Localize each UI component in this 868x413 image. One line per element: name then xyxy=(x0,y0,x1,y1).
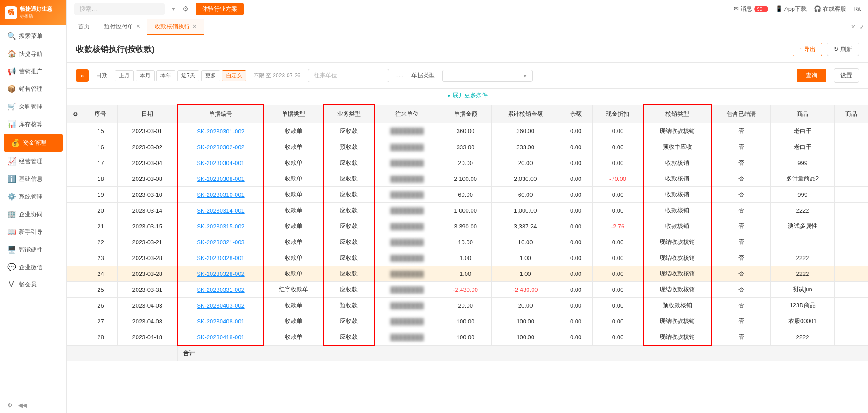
message-icon: ✉ xyxy=(734,5,739,12)
solution-button[interactable]: 体验行业方案 xyxy=(196,3,244,15)
topbar-search: 搜索… xyxy=(74,3,165,15)
filter-toggle[interactable]: » xyxy=(76,69,89,82)
filter-settings-button[interactable]: 设置 xyxy=(834,68,859,83)
sidebar-item-corp[interactable]: 🏢企业协同 xyxy=(0,205,66,223)
cell-goods: 123D商品 xyxy=(771,298,835,313)
cell-settings xyxy=(67,171,84,187)
sidebar-item-quick-nav[interactable]: 🏠快捷导航 xyxy=(0,45,66,62)
hardware-icon: 🖥️ xyxy=(7,245,15,254)
sidebar-item-member[interactable]: V畅会员 xyxy=(0,276,66,293)
table-row: 25 2023-03-31 SK-20230331-002 红字收款单 应收款 … xyxy=(67,282,868,298)
cell-code[interactable]: SK-20230308-001 xyxy=(178,171,264,187)
close-all-icon[interactable]: ✕ xyxy=(851,24,856,30)
cell-partner: ████████ xyxy=(374,282,439,298)
cell-code[interactable]: SK-20230328-001 xyxy=(178,250,264,266)
cell-biz-type: 应收款 xyxy=(323,203,374,218)
collapse-icon[interactable]: ◀◀ xyxy=(18,402,27,408)
cell-amount: 1.00 xyxy=(439,250,492,266)
sidebar-item-marketing[interactable]: 📢营销推广 xyxy=(0,62,66,80)
partner-select[interactable]: 往来单位 xyxy=(308,69,389,82)
sidebar-item-operation[interactable]: 📈经营管理 xyxy=(0,152,66,170)
sidebar-item-inventory[interactable]: 📊库存核算 xyxy=(0,115,66,133)
this-year-btn[interactable]: 本年 xyxy=(156,70,175,81)
cell-settings xyxy=(67,282,84,298)
tab-write-off[interactable]: 收款核销执行 ✕ xyxy=(147,19,204,35)
sidebar-item-system[interactable]: ⚙️系统管理 xyxy=(0,188,66,205)
cell-code[interactable]: SK-20230314-001 xyxy=(178,203,264,218)
cell-code[interactable]: SK-20230304-001 xyxy=(178,155,264,171)
sidebar-item-label-finance: 资金管理 xyxy=(23,139,46,147)
receipt-type-select[interactable]: ▾ xyxy=(442,70,533,82)
sidebar-item-label-basic: 基础信息 xyxy=(19,175,42,183)
cell-code[interactable]: SK-20230310-001 xyxy=(178,187,264,203)
this-month-btn[interactable]: 本月 xyxy=(136,70,155,81)
sidebar-item-search[interactable]: 🔍搜索菜单 xyxy=(0,27,66,45)
tab-pre-payment[interactable]: 预付应付单 ✕ xyxy=(97,19,147,35)
cell-code[interactable]: SK-20230321-003 xyxy=(178,234,264,250)
th-cumulative: 累计核销金额 xyxy=(492,105,559,123)
sidebar-item-hardware[interactable]: 🖥️智能硬件 xyxy=(0,241,66,258)
cell-cumulative: 2,030.00 xyxy=(492,171,559,187)
user-name[interactable]: Rit xyxy=(854,5,861,12)
cell-goods xyxy=(771,234,835,250)
table-row: 20 2023-03-14 SK-20230314-001 收款单 应收款 ██… xyxy=(67,203,868,218)
cell-code[interactable]: SK-20230331-002 xyxy=(178,282,264,298)
sidebar-item-finance[interactable]: 💰资金管理 xyxy=(4,134,63,152)
cell-code[interactable]: SK-20230315-002 xyxy=(178,218,264,234)
cell-goods: 2222 xyxy=(771,203,835,218)
topbar-settings-icon[interactable]: ⚙ xyxy=(182,5,189,13)
sidebar-item-basic[interactable]: ℹ️基础信息 xyxy=(0,170,66,188)
custom-btn[interactable]: 自定义 xyxy=(222,70,246,81)
member-icon: V xyxy=(7,280,15,289)
refresh-button[interactable]: ↻ 刷新 xyxy=(827,43,859,56)
cell-code[interactable]: SK-20230418-001 xyxy=(178,329,264,346)
cell-goods: 999 xyxy=(771,155,835,171)
cell-biz-type: 应收款 xyxy=(323,155,374,171)
cell-code[interactable]: SK-20230302-002 xyxy=(178,139,264,155)
tab-home-label: 首页 xyxy=(78,23,90,31)
cell-cumulative: 1.00 xyxy=(492,266,559,282)
cell-code[interactable]: SK-20230301-002 xyxy=(178,123,264,139)
query-button[interactable]: 查询 xyxy=(797,69,826,82)
sidebar-item-wechat[interactable]: 💬企业微信 xyxy=(0,258,66,276)
online-service-item[interactable]: 🎧 在线客服 xyxy=(814,5,846,13)
settings-icon[interactable]: ⚙ xyxy=(7,402,13,408)
cell-date: 2023-03-31 xyxy=(117,282,177,298)
more-btn[interactable]: 更多 xyxy=(201,70,220,81)
last-month-btn[interactable]: 上月 xyxy=(115,70,134,81)
cell-code[interactable]: SK-20230408-001 xyxy=(178,313,264,329)
expand-conditions-btn[interactable]: ▾ 展开更多条件 xyxy=(448,91,488,100)
th-partner: 往来单位 xyxy=(374,105,439,123)
cell-goods2 xyxy=(835,218,868,234)
sidebar-item-guide[interactable]: 📖新手引导 xyxy=(0,223,66,241)
cell-code[interactable]: SK-20230328-002 xyxy=(178,266,264,282)
topbar-chevron-icon[interactable]: ▾ xyxy=(172,5,175,12)
sidebar-item-sales[interactable]: 📦销售管理 xyxy=(0,80,66,98)
cell-include: 否 xyxy=(712,155,771,171)
tab-pre-payment-close[interactable]: ✕ xyxy=(136,24,140,29)
cell-cumulative: 360.00 xyxy=(492,123,559,139)
tab-home[interactable]: 首页 xyxy=(71,19,97,35)
cell-biz-type: 预收款 xyxy=(323,298,374,313)
cell-partner: ████████ xyxy=(374,139,439,155)
cell-code[interactable]: SK-20230403-002 xyxy=(178,298,264,313)
th-settings[interactable]: ⚙ xyxy=(67,105,84,123)
messages-item[interactable]: ✉ 消息 99+ xyxy=(734,5,768,13)
expand-icon[interactable]: ⤢ xyxy=(859,24,864,30)
export-button[interactable]: ↑ 导出 xyxy=(793,43,823,56)
tab-write-off-close[interactable]: ✕ xyxy=(193,24,197,29)
th-code: 单据编号 xyxy=(178,105,264,123)
headset-icon: 🎧 xyxy=(814,5,821,12)
cell-date: 2023-04-08 xyxy=(117,313,177,329)
cell-serial: 15 xyxy=(84,123,118,139)
th-goods: 商品 xyxy=(771,105,835,123)
sidebar-item-purchase[interactable]: 🛒采购管理 xyxy=(0,98,66,115)
last-7days-btn[interactable]: 近7天 xyxy=(177,70,199,81)
cell-cumulative: 20.00 xyxy=(492,155,559,171)
cell-goods2 xyxy=(835,203,868,218)
th-date: 日期 xyxy=(117,105,177,123)
app-download-item[interactable]: 📱 App下载 xyxy=(775,5,807,13)
cell-goods2 xyxy=(835,123,868,139)
cell-doc-type: 收款单 xyxy=(264,139,323,155)
cell-cancel-type: 收款核销 xyxy=(643,171,712,187)
